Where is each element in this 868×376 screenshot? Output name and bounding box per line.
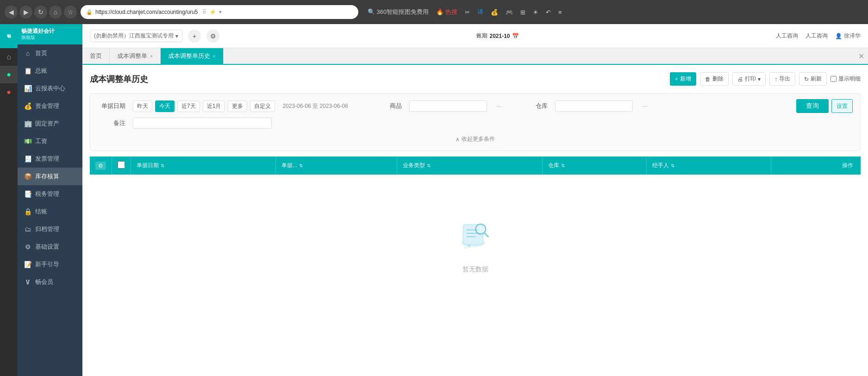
- undo-tool[interactable]: ↶: [544, 8, 553, 17]
- sun-tool[interactable]: ☀: [531, 8, 540, 17]
- warehouse-input[interactable]: [555, 100, 633, 112]
- user-avatar[interactable]: 👤 徐泽华: [835, 32, 861, 40]
- guide-icon: 📝: [24, 261, 31, 268]
- th-date[interactable]: 单据日期 ⇅: [131, 157, 276, 175]
- back-button[interactable]: ◀: [5, 6, 18, 19]
- sidebar-item-fixed[interactable]: 🏢 固定资产: [18, 115, 82, 132]
- refresh-button[interactable]: ↻: [34, 6, 47, 19]
- yesterday-btn[interactable]: 昨天: [133, 100, 152, 112]
- export-button[interactable]: ↑ 导出: [769, 72, 795, 86]
- sidebar-item-reports[interactable]: 📊 云报表中心: [18, 80, 82, 97]
- grid-tool[interactable]: ⊞: [518, 8, 527, 17]
- refresh-button[interactable]: ↻ 刷新: [799, 72, 827, 86]
- goods-dots[interactable]: ···: [496, 102, 502, 110]
- th-operator[interactable]: 经手人 ⇅: [646, 157, 771, 175]
- week-btn[interactable]: 近7天: [177, 100, 200, 112]
- add-company-btn[interactable]: +: [188, 30, 201, 43]
- th-settings[interactable]: ⚙: [90, 157, 112, 175]
- period-info: 账期 2021-10 📅: [476, 32, 518, 40]
- date-filter-label: 单据日期: [98, 102, 125, 110]
- company-label: (勿删勿禁用）江西服宝测试专用: [94, 32, 174, 40]
- sidebar-item-member[interactable]: V 畅会员: [18, 273, 82, 291]
- app-bar-item-2[interactable]: ●: [0, 83, 18, 101]
- new-label: 新增: [680, 75, 691, 83]
- sidebar-item-home[interactable]: ⌂ 首页: [18, 44, 82, 62]
- company-settings-btn[interactable]: ⚙: [206, 30, 219, 43]
- th-number[interactable]: 单据... ⇅: [276, 157, 397, 175]
- scissors-tool[interactable]: ✂: [463, 8, 472, 17]
- invoice-icon: 🧾: [24, 155, 31, 163]
- app-wrapper: 畅 ⌂ ● ● 畅捷通好会计 旗舰版 ⌂ 首页 📋 总账 📊 云报表中心: [0, 24, 868, 376]
- sidebar-item-invoice[interactable]: 🧾 发票管理: [18, 150, 82, 168]
- coin-tool[interactable]: 💰: [489, 8, 500, 17]
- consult-label[interactable]: 人工咨询: [806, 32, 828, 40]
- calendar-icon[interactable]: 📅: [512, 33, 519, 39]
- show-detail-input[interactable]: [831, 76, 837, 82]
- print-button[interactable]: 🖨 打印 ▾: [732, 72, 766, 86]
- app-bar-active[interactable]: ●: [0, 66, 18, 83]
- forward-button[interactable]: ▶: [19, 6, 32, 19]
- company-selector[interactable]: (勿删勿禁用）江西服宝测试专用 ▾: [90, 30, 182, 42]
- app-bar-home[interactable]: ⌂: [0, 48, 18, 66]
- filter-settings-btn[interactable]: 设置: [831, 99, 853, 113]
- translate-tool[interactable]: 译: [475, 7, 485, 17]
- sidebar-item-inventory[interactable]: 📦 库存核算: [18, 168, 82, 185]
- goods-input[interactable]: [409, 100, 487, 112]
- consult-btn[interactable]: 人工咨询: [776, 32, 798, 40]
- sidebar-logo-sub: 旗舰版: [21, 34, 55, 41]
- sort-operator[interactable]: 经手人 ⇅: [652, 162, 765, 169]
- close-accounts-icon: 🔒: [24, 208, 31, 215]
- sort-number[interactable]: 单据... ⇅: [281, 162, 391, 169]
- sidebar-item-tax[interactable]: 📑 税务管理: [18, 185, 82, 203]
- remark-input[interactable]: [133, 118, 272, 129]
- sidebar-item-funds[interactable]: 💰 资金管理: [18, 97, 82, 115]
- sidebar-item-settings[interactable]: ⚙ 基础设置: [18, 238, 82, 256]
- window-close-btn[interactable]: ✕: [855, 52, 868, 61]
- select-all-checkbox[interactable]: [118, 161, 125, 169]
- new-button[interactable]: + 新增: [670, 72, 696, 86]
- sort-number-icon: ⇅: [299, 163, 303, 168]
- star-button[interactable]: ☆: [64, 6, 77, 19]
- today-btn[interactable]: 今天: [155, 100, 175, 112]
- delete-button[interactable]: 🗑 删除: [700, 72, 729, 86]
- sort-type[interactable]: 业务类型 ⇅: [403, 162, 536, 169]
- th-warehouse-label: 仓库: [548, 162, 559, 169]
- month-btn[interactable]: 近1月: [203, 100, 225, 112]
- tab-cost-adjust-close[interactable]: ×: [150, 54, 153, 59]
- query-button[interactable]: 查询: [796, 99, 829, 113]
- th-type-label: 业务类型: [403, 162, 425, 169]
- date-range-text: 2023-06-06 至 2023-06-06: [282, 102, 348, 110]
- sidebar-label-member: 畅会员: [35, 278, 53, 286]
- address-bar[interactable]: 🔒 https://cloud.chanjet.com/accounting/u…: [81, 5, 358, 19]
- sidebar-item-close[interactable]: 🔒 结账: [18, 203, 82, 220]
- table-gear-icon[interactable]: ⚙: [95, 162, 106, 170]
- home-button[interactable]: ⌂: [49, 6, 62, 19]
- date-filter: 昨天 今天 近7天 近1月 更多 自定义: [133, 100, 275, 112]
- th-type[interactable]: 业务类型 ⇅: [397, 157, 542, 175]
- custom-btn[interactable]: 自定义: [250, 100, 275, 112]
- collapse-button[interactable]: ∧ 收起更多条件: [452, 133, 499, 145]
- sidebar-item-guide[interactable]: 📝 新手引导: [18, 256, 82, 273]
- home-icon: ⌂: [24, 50, 31, 57]
- sidebar-item-archive[interactable]: 🗂 归档管理: [18, 220, 82, 238]
- sidebar-item-ledger[interactable]: 📋 总账: [18, 62, 82, 80]
- menu-tool[interactable]: ≡: [556, 8, 564, 17]
- game-tool[interactable]: 🎮: [504, 8, 515, 17]
- sort-date[interactable]: 单据日期 ⇅: [137, 162, 270, 169]
- tab-cost-adjust[interactable]: 成本调整单 ×: [110, 48, 161, 64]
- tab-cost-adjust-history-label: 成本调整单历史: [168, 52, 210, 60]
- tab-home[interactable]: 首页: [82, 48, 110, 64]
- sort-warehouse[interactable]: 仓库 ⇅: [548, 162, 641, 169]
- table-header: ⚙ 单据日期 ⇅ 单据...: [90, 157, 861, 175]
- warehouse-dots[interactable]: ···: [642, 102, 648, 110]
- funds-icon: 💰: [24, 102, 31, 110]
- export-label: 导出: [779, 75, 790, 83]
- search-tool[interactable]: 🔍 360智能抠图免费用: [366, 7, 431, 17]
- hot-search[interactable]: 🔥 热搜: [434, 7, 459, 17]
- tab-cost-adjust-history-close[interactable]: ×: [213, 54, 216, 59]
- more-btn[interactable]: 更多: [228, 100, 247, 112]
- sidebar-item-salary[interactable]: 💵 工资: [18, 132, 82, 150]
- th-warehouse[interactable]: 仓库 ⇅: [542, 157, 646, 175]
- show-detail-checkbox[interactable]: 显示明细: [831, 75, 861, 83]
- tab-cost-adjust-history[interactable]: 成本调整单历史 ×: [161, 48, 224, 64]
